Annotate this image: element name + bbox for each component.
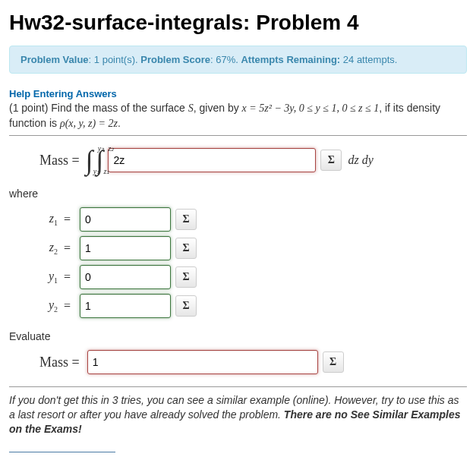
score-label: Problem Score	[140, 54, 210, 65]
outer-integral: ∫ y₂ y₁	[86, 147, 93, 174]
where-label: where	[9, 188, 467, 200]
value-label: Problem Value	[20, 54, 89, 65]
mass-eval-label: Mass =	[39, 355, 80, 370]
evaluate-label: Evaluate	[9, 330, 467, 342]
z2-row: z2 = Σ	[39, 236, 467, 260]
mass-eval-row: Mass = Σ	[39, 350, 467, 374]
inner-upper: z₂	[109, 145, 115, 153]
surface-equation: x = 5z² − 3y, 0 ≤ y ≤ 1, 0 ≤ z ≤ 1	[242, 102, 380, 114]
z1-input[interactable]	[80, 207, 171, 232]
preview-button-z2[interactable]: Σ	[175, 238, 197, 259]
surface-var: S	[188, 102, 194, 114]
z1-row: z1 = Σ	[39, 207, 467, 232]
preview-button-integrand[interactable]: Σ	[320, 150, 342, 171]
inner-lower: z₁	[104, 168, 110, 175]
y2-row: y2 = Σ	[39, 294, 467, 318]
mass-eval-input[interactable]	[87, 350, 318, 374]
y1-row: y1 = Σ	[39, 265, 467, 289]
y2-input[interactable]	[80, 294, 171, 318]
eq: =	[64, 299, 71, 313]
eq: =	[64, 270, 71, 284]
y2-var: y2	[39, 298, 58, 314]
preview-button-y2[interactable]: Σ	[175, 295, 197, 317]
value-text: : 1 point(s).	[89, 54, 141, 65]
mass-integral-row: Mass = ∫ y₂ y₁ ∫ z₂ z₁ Σ dz dy	[39, 147, 467, 174]
attempts-text: 24 attempts.	[340, 54, 397, 65]
z2-var: z2	[39, 241, 58, 256]
prompt-text: (1 point) Find the mass of the surface	[9, 102, 188, 114]
hint-note: If you don't get this in 3 tries, you ca…	[9, 386, 467, 437]
problem-info-box: Problem Value: 1 point(s). Problem Score…	[9, 46, 467, 74]
integrand-input[interactable]	[108, 148, 316, 172]
inner-integral: ∫ z₂ z₁	[96, 147, 104, 174]
problem-prompt: (1 point) Find the mass of the surface S…	[9, 101, 467, 131]
help-entering-answers-link[interactable]: Help Entering Answers	[9, 88, 117, 99]
z1-var: z1	[39, 212, 58, 227]
z2-input[interactable]	[80, 236, 171, 260]
preview-button-mass[interactable]: Σ	[323, 351, 344, 373]
eq: =	[64, 213, 71, 226]
prompt-period: .	[118, 117, 121, 129]
prompt-given: , given by	[194, 102, 242, 114]
preview-button-z1[interactable]: Σ	[175, 209, 197, 230]
page-title: Hw32-surface-integrals: Problem 4	[9, 11, 467, 35]
y1-input[interactable]	[80, 265, 171, 289]
bottom-divider	[9, 452, 115, 452]
density-fn: ρ(x, y, z) = 2z	[60, 118, 118, 129]
eq: =	[64, 241, 71, 255]
mass-label: Mass =	[39, 153, 80, 169]
differentials: dz dy	[348, 153, 373, 167]
bounds-block: z1 = Σ z2 = Σ y1 = Σ y2 = Σ	[39, 207, 467, 318]
attempts-label: Attempts Remaining:	[241, 54, 340, 65]
y1-var: y1	[39, 269, 58, 285]
divider	[9, 135, 467, 136]
preview-button-y1[interactable]: Σ	[175, 266, 197, 288]
score-text: : 67%.	[210, 54, 241, 65]
